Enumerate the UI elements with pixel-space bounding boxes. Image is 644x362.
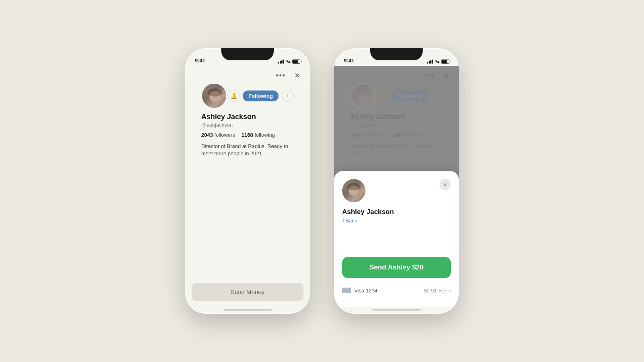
- notch-1: [221, 48, 274, 60]
- close-button-1[interactable]: ✕: [292, 71, 302, 80]
- status-icons-2: ▾▴: [427, 59, 449, 64]
- send-money-confirm-button[interactable]: Send Ashley $20: [342, 257, 451, 278]
- following-stat-1: 1168 following: [242, 132, 275, 138]
- battery-icon-2: [441, 60, 449, 64]
- chevron-right-icon: ›: [449, 287, 451, 294]
- card-icon: [342, 288, 351, 293]
- modal-back-button[interactable]: Back: [342, 217, 451, 224]
- profile-screen-2: ••• ✕ 🔔 Following + Ashle: [334, 66, 459, 307]
- home-indicator-1: [223, 309, 272, 311]
- modal-avatar-container: [342, 179, 365, 202]
- fee-amount: $0.91 Fee: [424, 288, 448, 294]
- avatar-1: [201, 83, 227, 109]
- payment-method-left: Visa 1234: [342, 288, 378, 294]
- notch-2: [370, 48, 423, 60]
- profile-name-1: Ashley Jackson: [201, 113, 294, 121]
- modal-avatar: [342, 179, 365, 202]
- home-indicator-2: [372, 309, 421, 311]
- profile-bio-1: Director of Brand at Radius. Ready to me…: [201, 143, 294, 157]
- profile-stats-1: 2043 followers 1168 following: [201, 132, 294, 138]
- status-icons-1: ▾▴: [278, 59, 300, 64]
- action-buttons-1: 🔔 Following +: [227, 90, 294, 102]
- send-money-button[interactable]: Send Money: [192, 283, 303, 301]
- more-options-button[interactable]: •••: [276, 72, 286, 80]
- signal-icon-2: [427, 60, 433, 64]
- payment-method-row[interactable]: Visa 1234 $0.91 Fee ›: [342, 283, 451, 298]
- modal-overlay: × Ashley Jackson Back Send Ashley $20 Vi…: [334, 66, 459, 307]
- modal-close-button[interactable]: ×: [440, 179, 451, 190]
- avatar-image-1: [202, 84, 226, 108]
- avatar-row-1: 🔔 Following +: [201, 83, 294, 109]
- following-button-1[interactable]: Following: [243, 90, 279, 101]
- amount-input-area[interactable]: [342, 230, 451, 251]
- phone-2: 9:41 ▾▴ ••• ✕: [334, 48, 459, 314]
- time-2: 9:41: [344, 58, 354, 64]
- modal-header: ×: [342, 179, 451, 202]
- time-1: 9:41: [195, 58, 205, 64]
- profile-handle-1: @ashjackson: [201, 122, 294, 128]
- modal-name: Ashley Jackson: [342, 208, 451, 216]
- profile-inner-1: 🔔 Following + Ashley Jackson @ashjackson…: [185, 83, 310, 161]
- avatar-section-1: 🔔 Following + Ashley Jackson @ashjackson…: [193, 83, 302, 161]
- profile-screen-1: ••• ✕ 🔔 Following + Ashley Jackson @ashj: [185, 66, 310, 307]
- card-label: Visa 1234: [354, 288, 378, 294]
- notification-bell-button[interactable]: 🔔: [227, 90, 239, 102]
- followers-stat-1: 2043 followers: [201, 132, 235, 138]
- signal-icon: [278, 60, 284, 64]
- wifi-icon-2: ▾▴: [435, 59, 439, 64]
- wifi-icon: ▾▴: [286, 59, 290, 64]
- battery-icon: [292, 60, 300, 64]
- fee-display: $0.91 Fee ›: [424, 287, 451, 294]
- add-button-1[interactable]: +: [282, 90, 294, 102]
- top-bar-1: ••• ✕: [185, 66, 310, 83]
- phone-1: 9:41 ▾▴ ••• ✕: [185, 48, 310, 314]
- send-money-modal: × Ashley Jackson Back Send Ashley $20 Vi…: [334, 171, 459, 307]
